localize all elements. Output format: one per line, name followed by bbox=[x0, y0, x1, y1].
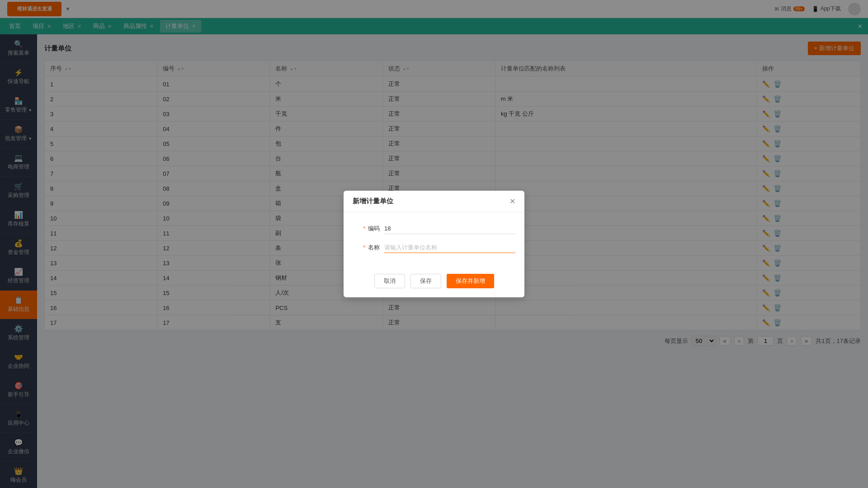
modal-footer: 取消 保存 保存并新增 bbox=[344, 268, 524, 297]
code-field-row: * 编码 bbox=[353, 223, 515, 234]
code-field-label: * 编码 bbox=[353, 225, 380, 233]
save-and-new-button[interactable]: 保存并新增 bbox=[447, 274, 494, 288]
code-input[interactable] bbox=[384, 223, 515, 234]
code-required-mark: * bbox=[363, 225, 365, 232]
cancel-button[interactable]: 取消 bbox=[374, 274, 405, 288]
name-required-mark: * bbox=[363, 244, 365, 251]
name-field-row: * 名称 bbox=[353, 242, 515, 253]
name-field-label: * 名称 bbox=[353, 244, 380, 252]
modal-title: 新增计量单位 bbox=[353, 197, 393, 206]
modal-overlay: 新增计量单位 ✕ * 编码 * 名称 取消 保存 保存并新增 bbox=[0, 0, 868, 488]
code-label-text: 编码 bbox=[368, 225, 380, 232]
add-unit-modal: 新增计量单位 ✕ * 编码 * 名称 取消 保存 保存并新增 bbox=[344, 191, 524, 297]
name-input[interactable] bbox=[384, 242, 515, 253]
modal-header: 新增计量单位 ✕ bbox=[344, 191, 524, 212]
name-label-text: 名称 bbox=[368, 244, 380, 251]
modal-close-btn[interactable]: ✕ bbox=[509, 197, 515, 206]
save-button[interactable]: 保存 bbox=[410, 274, 441, 288]
modal-body: * 编码 * 名称 bbox=[344, 212, 524, 268]
